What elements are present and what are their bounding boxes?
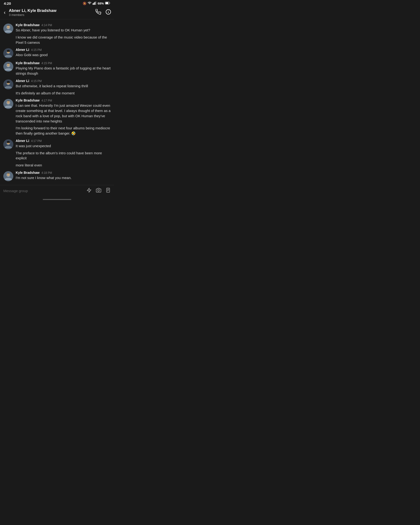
- home-bar: [43, 199, 71, 200]
- avatar: [3, 24, 13, 34]
- battery-text: 68%: [98, 2, 104, 5]
- svg-point-34: [7, 103, 8, 103]
- message-group: Kyle Bradshaw4:17 PMI can see that. Hone…: [0, 97, 114, 137]
- svg-rect-3: [95, 1, 96, 5]
- member-count: 3 members: [9, 13, 95, 17]
- svg-point-45: [7, 175, 8, 175]
- message-group: Abner Li4:17 PMIt was just unexpectedThe…: [0, 137, 114, 169]
- message-content: Kyle Bradshaw4:14 PMSo Abner, have you l…: [16, 23, 111, 45]
- message-text: It was just unexpected: [16, 143, 111, 149]
- message-header: Abner Li4:17 PM: [16, 139, 111, 143]
- message-timestamp: 4:15 PM: [41, 62, 52, 65]
- call-button[interactable]: [95, 9, 101, 16]
- message-text: It's definitely an album of the moment: [16, 91, 111, 96]
- avatar: [3, 139, 13, 149]
- header-actions: [95, 9, 111, 16]
- avatar: [3, 99, 13, 109]
- header-info: Abner Li, Kyle Bradshaw 3 members: [9, 8, 95, 17]
- sender-name: Kyle Bradshaw: [16, 23, 39, 27]
- message-content: Abner Li4:15 PMAloo Gobi was good: [16, 48, 111, 57]
- info-button[interactable]: [105, 9, 111, 16]
- message-group: Abner Li4:15 PMBut otherwise, it lacked …: [0, 77, 114, 97]
- message-content: Kyle Bradshaw4:17 PMI can see that. Hone…: [16, 98, 111, 136]
- svg-point-48: [98, 189, 99, 191]
- home-indicator: [0, 197, 114, 201]
- avatar: [3, 48, 13, 58]
- message-header: Kyle Bradshaw4:14 PM: [16, 23, 111, 27]
- message-header: Abner Li4:15 PM: [16, 48, 111, 52]
- camera-icon[interactable]: [96, 188, 101, 194]
- message-content: Abner Li4:17 PMIt was just unexpectedThe…: [16, 139, 111, 168]
- svg-point-44: [7, 173, 10, 176]
- message-text: So Abner, have you listened to OK Human …: [16, 28, 111, 33]
- svg-marker-47: [87, 188, 91, 192]
- message-group: Kyle Bradshaw4:18 PMI'm not sure I know …: [0, 169, 114, 183]
- message-group: Kyle Bradshaw4:14 PMSo Abner, have you l…: [0, 22, 114, 46]
- message-content: Kyle Bradshaw4:15 PMPlaying My Piano doe…: [16, 61, 111, 76]
- svg-point-46: [9, 175, 9, 175]
- message-content: Abner Li4:15 PMBut otherwise, it lacked …: [16, 79, 111, 96]
- avatar: [3, 79, 13, 89]
- avatar: [3, 62, 13, 72]
- bolt-icon[interactable]: [86, 188, 92, 194]
- message-timestamp: 4:15 PM: [31, 79, 42, 83]
- message-text: But otherwise, it lacked a repeat listen…: [16, 84, 111, 89]
- message-text: I can see that. Honestly I'm just amazed…: [16, 103, 111, 124]
- conversation-title: Abner Li, Kyle Bradshaw: [9, 8, 95, 13]
- sender-name: Kyle Bradshaw: [16, 61, 39, 65]
- message-timestamp: 4:17 PM: [31, 139, 42, 143]
- message-text: Playing My Piano does a fantastic job of…: [16, 66, 111, 76]
- back-button[interactable]: ‹: [3, 9, 6, 17]
- svg-point-30: [9, 83, 9, 84]
- status-bar: 4:20 🔕 68%: [0, 0, 114, 6]
- svg-point-23: [7, 65, 8, 66]
- message-header: Kyle Bradshaw4:15 PM: [16, 61, 111, 65]
- svg-rect-5: [105, 2, 108, 4]
- battery-icon: [105, 2, 110, 5]
- sender-name: Abner Li: [16, 139, 29, 143]
- message-text: I know we did coverage of the music vide…: [16, 35, 111, 45]
- message-input-placeholder[interactable]: Message group: [3, 189, 83, 193]
- svg-point-24: [9, 65, 9, 66]
- message-timestamp: 4:18 PM: [41, 171, 52, 175]
- message-header: Abner Li4:15 PM: [16, 79, 111, 83]
- attach-icon[interactable]: [105, 188, 111, 194]
- message-text: more literal even: [16, 163, 111, 168]
- svg-point-40: [8, 143, 8, 143]
- svg-rect-1: [94, 3, 94, 5]
- svg-rect-28: [7, 83, 10, 83]
- svg-rect-17: [7, 51, 10, 52]
- message-header: Kyle Bradshaw4:17 PM: [16, 98, 111, 102]
- svg-point-35: [9, 103, 9, 103]
- svg-point-22: [7, 64, 10, 66]
- chat-area: Kyle Bradshaw4:14 PMSo Abner, have you l…: [0, 19, 114, 185]
- message-group: Abner Li4:15 PMAloo Gobi was good: [0, 46, 114, 60]
- header: ‹ Abner Li, Kyle Bradshaw 3 members: [0, 6, 114, 19]
- message-text: I'm not sure I know what you mean.: [16, 175, 111, 180]
- message-timestamp: 4:17 PM: [41, 99, 52, 102]
- message-timestamp: 4:14 PM: [41, 24, 52, 27]
- status-icons: 🔕 68%: [83, 1, 110, 5]
- svg-point-11: [7, 26, 10, 28]
- message-group: Kyle Bradshaw4:15 PMPlaying My Piano doe…: [0, 60, 114, 77]
- message-content: Kyle Bradshaw4:18 PMI'm not sure I know …: [16, 171, 111, 180]
- svg-point-29: [8, 83, 8, 84]
- input-icons: [86, 188, 111, 194]
- svg-rect-39: [7, 142, 10, 143]
- wifi-icon: [88, 1, 91, 5]
- svg-point-12: [7, 27, 8, 28]
- svg-point-19: [9, 52, 9, 52]
- message-header: Kyle Bradshaw4:18 PM: [16, 171, 111, 175]
- sender-name: Abner Li: [16, 48, 29, 52]
- svg-point-41: [9, 143, 9, 143]
- message-text: I'm looking forward to their next four a…: [16, 126, 111, 136]
- status-time: 4:20: [4, 1, 11, 5]
- signal-icon: [93, 1, 96, 5]
- sender-name: Kyle Bradshaw: [16, 171, 39, 175]
- sender-name: Kyle Bradshaw: [16, 98, 39, 102]
- svg-point-13: [9, 27, 9, 28]
- input-bar: Message group: [0, 185, 114, 197]
- message-text: The preface to the album's intro could h…: [16, 150, 111, 161]
- svg-point-33: [7, 101, 10, 104]
- svg-point-18: [8, 52, 8, 52]
